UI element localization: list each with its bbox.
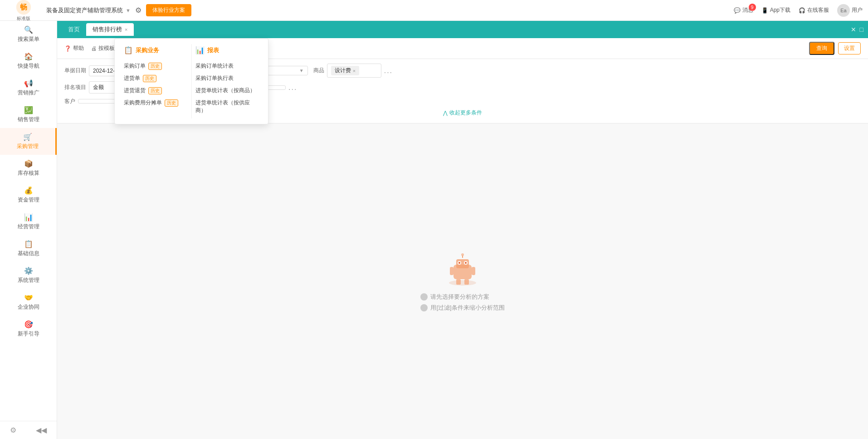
menu-item-purchase-expense[interactable]: 采购费用分摊单 历史 xyxy=(124,97,188,109)
logo-icon: 畅 xyxy=(15,0,32,15)
goods-filter-label: 商品 xyxy=(313,67,324,74)
menu-item-report-0[interactable]: 采购订单统计表 xyxy=(195,60,259,72)
goods-input[interactable]: 设计费 × xyxy=(327,64,381,78)
rank-filter-label: 排名项目 xyxy=(64,84,86,91)
svg-point-2 xyxy=(449,280,476,286)
empty-tip-2: 用[过滤]条件来缩小分析范围 xyxy=(420,304,504,312)
menu-item-report-3[interactable]: 进货单统计表（按供应商） xyxy=(195,97,259,117)
tab-sales-rank[interactable]: 销售排行榜 × xyxy=(86,23,134,36)
sidebar-item-basicinfo[interactable]: 📋 基础信息 xyxy=(0,235,57,262)
service-btn[interactable]: 🎧 在线客服 xyxy=(799,6,829,14)
guide-icon: 🎯 xyxy=(24,320,33,329)
system-title: 装备及固定资产辅助管理系统 ▼ xyxy=(46,6,131,15)
goods-dots[interactable]: ... xyxy=(384,67,393,75)
top-bar: 畅 标准版 装备及固定资产辅助管理系统 ▼ ⚙ 体验行业方案 💬 消息 9 📱 … xyxy=(0,0,868,21)
purchase-section-icon: 📋 xyxy=(124,46,133,54)
main-content: 请先选择要分析的方案 用[过滤]条件来缩小分析范围 xyxy=(57,123,868,439)
search-icon: 🔍 xyxy=(24,25,33,34)
empty-state: 请先选择要分析的方案 用[过滤]条件来缩小分析范围 xyxy=(420,251,504,312)
user-btn[interactable]: Ea 用户 xyxy=(837,4,863,17)
date-filter-label: 单据日期 xyxy=(64,67,86,74)
goods-filter-group: 商品 设计费 × ... xyxy=(313,64,393,78)
collab-icon: 🤝 xyxy=(24,293,33,302)
tab-window-maximize-icon[interactable]: □ xyxy=(860,26,863,33)
tab-home[interactable]: 首页 xyxy=(62,23,86,36)
report-section: 📊 报表 采购订单统计表 采购订单执行表 进货单统计表（按商品） 进货单统计表（… xyxy=(191,44,263,118)
salesman-dots[interactable]: ... xyxy=(288,84,297,92)
goods-tag-remove[interactable]: × xyxy=(353,68,356,74)
gear-icon[interactable]: ⚙ xyxy=(135,6,141,15)
operations-icon: 📊 xyxy=(24,213,33,222)
sidebar-item-system[interactable]: ⚙️ 系统管理 xyxy=(0,262,57,289)
collapse-icon: ⋀ xyxy=(443,110,448,116)
top-bar-right: 💬 消息 9 📱 App下载 🎧 在线客服 Ea 用户 xyxy=(734,4,863,17)
history-tag-2: 历史 xyxy=(148,87,162,94)
sidebar-bottom: ⚙ ◀◀ xyxy=(0,421,57,439)
tab-close-icon[interactable]: × xyxy=(125,27,127,32)
app-container: 畅 标准版 装备及固定资产辅助管理系统 ▼ ⚙ 体验行业方案 💬 消息 9 📱 … xyxy=(0,0,868,439)
sidebar-item-purchase[interactable]: 🛒 采购管理 xyxy=(0,128,57,155)
settings-bottom-icon[interactable]: ⚙ xyxy=(10,426,16,434)
menu-item-report-2[interactable]: 进货单统计表（按商品） xyxy=(195,84,259,97)
status-arrow-icon: ▼ xyxy=(299,68,304,73)
industry-btn[interactable]: 体验行业方案 xyxy=(146,4,191,16)
title-arrow-icon: ▼ xyxy=(126,8,131,13)
sidebar-item-guide[interactable]: 🎯 新手引导 xyxy=(0,316,57,342)
svg-rect-12 xyxy=(464,279,469,285)
sidebar: 🔍 搜索菜单 🏠 快捷导航 📢 营销推广 💹 销售管理 🛒 采购管理 📦 xyxy=(0,21,57,439)
avatar: Ea xyxy=(837,4,850,17)
help-btn[interactable]: ❓ 帮助 xyxy=(64,44,84,52)
customer-filter-label: 客户 xyxy=(64,98,75,105)
history-tag-1: 历史 xyxy=(143,75,156,82)
svg-point-8 xyxy=(465,262,467,264)
dropdown-menu: 📋 采购业务 采购订单 历史 进货单 历史 进货退货 历史 xyxy=(114,38,268,124)
help-icon: ❓ xyxy=(64,45,71,52)
sidebar-item-sales[interactable]: 💹 销售管理 xyxy=(0,101,57,128)
purchase-section-header: 📋 采购业务 xyxy=(124,46,188,56)
sidebar-item-search[interactable]: 🔍 搜索菜单 xyxy=(0,21,57,48)
app-download-btn[interactable]: 📱 App下载 xyxy=(761,6,790,14)
sidebar-item-inventory[interactable]: 📦 库存核算 xyxy=(0,155,57,182)
svg-rect-9 xyxy=(450,267,454,275)
sidebar-item-quicknav[interactable]: 🏠 快捷导航 xyxy=(0,48,57,74)
menu-item-stock-in[interactable]: 进货单 历史 xyxy=(124,72,188,84)
svg-rect-11 xyxy=(456,279,461,285)
report-section-header: 📊 报表 xyxy=(195,46,259,56)
sales-icon: 💹 xyxy=(24,106,33,114)
inventory-icon: 📦 xyxy=(24,159,33,168)
sidebar-item-operations[interactable]: 📊 经营管理 xyxy=(0,208,57,235)
message-btn[interactable]: 💬 消息 9 xyxy=(734,6,753,14)
print-icon: 🖨 xyxy=(91,45,97,52)
tab-bar: 首页 销售排行榜 × ✕ □ xyxy=(57,21,868,38)
settings-btn[interactable]: 设置 xyxy=(838,42,861,54)
tab-bar-right: ✕ □ xyxy=(851,26,863,33)
history-tag-0: 历史 xyxy=(148,63,162,70)
phone-icon: 📱 xyxy=(761,7,768,14)
svg-point-7 xyxy=(458,262,460,264)
menu-item-report-1[interactable]: 采购订单执行表 xyxy=(195,72,259,84)
main-layout: 🔍 搜索菜单 🏠 快捷导航 📢 营销推广 💹 销售管理 🛒 采购管理 📦 xyxy=(0,21,868,439)
empty-tip-1: 请先选择要分析的方案 xyxy=(420,293,504,301)
svg-rect-10 xyxy=(472,267,475,275)
headset-icon: 🎧 xyxy=(799,7,805,14)
collapse-sidebar-icon[interactable]: ◀◀ xyxy=(36,426,47,434)
purchase-icon: 🛒 xyxy=(23,133,32,141)
message-icon: 💬 xyxy=(734,7,741,14)
goods-tag: 设计费 × xyxy=(331,66,359,75)
sidebar-item-finance[interactable]: 💰 资金管理 xyxy=(0,182,57,208)
query-btn[interactable]: 查询 xyxy=(809,42,834,55)
menu-item-stock-return[interactable]: 进货退货 历史 xyxy=(124,84,188,97)
marketing-icon: 📢 xyxy=(24,79,33,88)
tab-window-close-icon[interactable]: ✕ xyxy=(851,26,856,33)
home-icon: 🏠 xyxy=(24,52,33,61)
empty-text: 请先选择要分析的方案 用[过滤]条件来缩小分析范围 xyxy=(420,293,504,312)
message-badge: 9 xyxy=(749,4,756,11)
finance-icon: 💰 xyxy=(24,186,33,195)
sidebar-item-collab[interactable]: 🤝 企业协同 xyxy=(0,289,57,316)
svg-text:畅: 畅 xyxy=(20,3,27,11)
svg-point-14 xyxy=(461,253,464,256)
sidebar-item-marketing[interactable]: 📢 营销推广 xyxy=(0,74,57,101)
menu-item-purchase-order[interactable]: 采购订单 历史 xyxy=(124,60,188,72)
system-icon: ⚙️ xyxy=(24,266,33,275)
collapse-btn[interactable]: ⋀ 收起更多条件 xyxy=(443,109,482,117)
